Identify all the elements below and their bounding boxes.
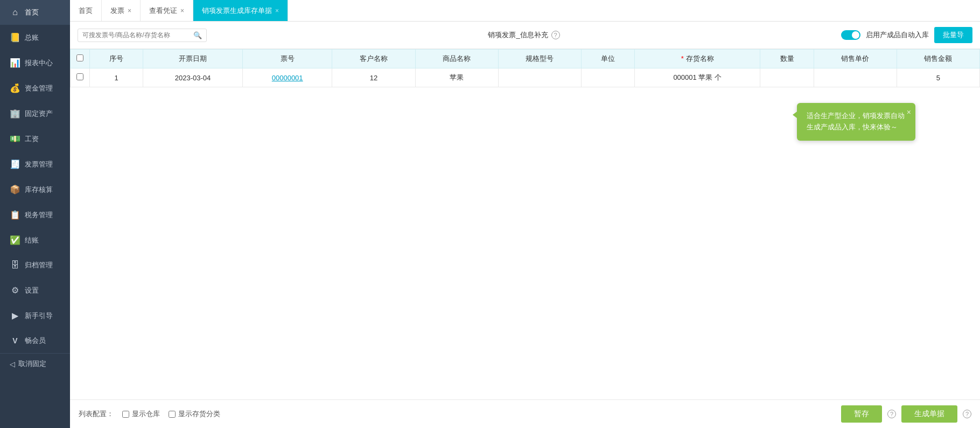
sidebar-label-tax: 税务管理	[25, 210, 53, 220]
th-seq: 序号	[90, 50, 143, 68]
tab-sales-invoice[interactable]: 销项发票生成库存单据 ×	[193, 0, 288, 21]
tab-view-voucher[interactable]: 查看凭证 ×	[141, 0, 193, 21]
batch-button[interactable]: 批量导	[934, 27, 972, 43]
show-category-label[interactable]: 显示存货分类	[169, 409, 220, 419]
tab-bar: 首页 发票 × 查看凭证 × 销项发票生成库存单据 ×	[70, 0, 980, 22]
funds-icon: 💰	[10, 83, 20, 93]
th-checkbox[interactable]	[71, 50, 90, 68]
row-checkbox[interactable]	[76, 73, 83, 80]
save-button[interactable]: 暂存	[841, 405, 882, 423]
sidebar-item-ledger[interactable]: 📒 总账	[0, 25, 70, 50]
table-row: 1 2023-03-04 00000001 12 苹果 000001 苹果 个 …	[71, 68, 980, 87]
sidebar-item-payroll[interactable]: 💵 工资	[0, 126, 70, 151]
search-icon[interactable]: 🔍	[193, 31, 202, 39]
show-category-checkbox[interactable]	[169, 411, 176, 418]
th-qty: 数量	[760, 50, 814, 68]
ledger-icon: 📒	[10, 32, 20, 43]
row-unit	[581, 68, 634, 87]
sidebar-item-invoice-mgmt[interactable]: 🧾 发票管理	[0, 151, 70, 177]
row-amount: 5	[897, 68, 979, 87]
sidebar-label-funds: 资金管理	[25, 84, 53, 93]
sidebar-label-vip: 畅会员	[25, 336, 46, 346]
home-icon: ⌂	[10, 8, 20, 17]
sidebar-item-settings[interactable]: ⚙ 设置	[0, 278, 70, 303]
sidebar-label-ledger: 总账	[25, 33, 39, 43]
search-input[interactable]	[82, 31, 190, 39]
data-table: 序号 开票日期 票号 客户名称 商品名称 规格型号 单位 * 存货名称 数量 销…	[70, 49, 980, 87]
tab-sales-invoice-label: 销项发票生成库存单据	[202, 6, 272, 16]
bottom-bar: 列表配置： 显示仓库 显示存货分类 暂存 ? 生成单据 ?	[70, 399, 980, 428]
sidebar-item-vip[interactable]: V 畅会员	[0, 328, 70, 353]
reports-icon: 📊	[10, 58, 20, 68]
toolbar-right: 启用产成品自动入库 批量导	[841, 27, 972, 43]
sidebar-label-guide: 新手引导	[25, 311, 53, 321]
row-unit-price	[814, 68, 897, 87]
generate-info-icon[interactable]: ?	[963, 410, 971, 418]
settings-icon: ⚙	[10, 285, 20, 295]
sidebar-item-tax[interactable]: 📋 税务管理	[0, 202, 70, 227]
row-number[interactable]: 00000001	[242, 68, 332, 87]
save-info-icon[interactable]: ?	[887, 410, 896, 418]
payroll-icon: 💵	[10, 134, 20, 144]
sidebar-item-settlement[interactable]: ✅ 结账	[0, 227, 70, 253]
auto-inbound-toggle[interactable]	[841, 30, 860, 40]
show-category-text: 显示存货分类	[178, 409, 220, 419]
config-label: 列表配置：	[79, 409, 114, 419]
settlement-icon: ✅	[10, 235, 20, 245]
row-date: 2023-03-04	[143, 68, 243, 87]
tab-sales-invoice-close[interactable]: ×	[275, 7, 279, 15]
inventory-icon: 📦	[10, 184, 20, 195]
tooltip-close-button[interactable]: ×	[907, 106, 911, 118]
archive-icon: 🗄	[10, 260, 20, 270]
sidebar-label-settlement: 结账	[25, 236, 39, 245]
tab-invoice[interactable]: 发票 ×	[102, 0, 141, 21]
sidebar-item-funds[interactable]: 💰 资金管理	[0, 75, 70, 101]
table-container: 序号 开票日期 票号 客户名称 商品名称 规格型号 单位 * 存货名称 数量 销…	[70, 49, 980, 399]
sidebar-item-home[interactable]: ⌂ 首页	[0, 0, 70, 25]
invoice-number-link[interactable]: 00000001	[272, 74, 303, 82]
row-inventory[interactable]: 000001 苹果 个	[634, 68, 760, 87]
sidebar-item-guide[interactable]: ▶ 新手引导	[0, 303, 70, 328]
row-customer: 12	[332, 68, 415, 87]
toolbar: 🔍 销项发票_信息补充 ? 启用产成品自动入库 批量导	[70, 22, 980, 49]
toggle-label: 启用产成品自动入库	[866, 30, 929, 40]
show-warehouse-label[interactable]: 显示仓库	[122, 409, 160, 419]
show-warehouse-checkbox[interactable]	[122, 411, 129, 418]
tab-invoice-label: 发票	[110, 6, 124, 16]
sidebar: ⌂ 首页 📒 总账 📊 报表中心 💰 资金管理 🏢 固定资产 💵 工资 🧾 发票…	[0, 0, 70, 428]
assets-icon: 🏢	[10, 108, 20, 119]
tooltip-popup: × 适合生产型企业，销项发票自动生成产成品入库，快来体验～	[797, 103, 915, 141]
tab-home[interactable]: 首页	[70, 0, 102, 21]
generate-button[interactable]: 生成单据	[901, 405, 957, 423]
sidebar-footer[interactable]: ◁ 取消固定	[0, 353, 70, 374]
row-checkbox-cell[interactable]	[71, 68, 90, 87]
info-icon-center[interactable]: ?	[551, 31, 560, 39]
sidebar-item-assets[interactable]: 🏢 固定资产	[0, 101, 70, 126]
th-unit: 单位	[581, 50, 634, 68]
sidebar-item-reports[interactable]: 📊 报表中心	[0, 50, 70, 75]
invoice-mgmt-icon: 🧾	[10, 159, 20, 169]
row-seq: 1	[90, 68, 143, 87]
search-box[interactable]: 🔍	[78, 29, 207, 42]
main-content: 首页 发票 × 查看凭证 × 销项发票生成库存单据 × 🔍 销项发票_信息补充 …	[70, 0, 980, 428]
th-spec: 规格型号	[498, 50, 581, 68]
unpin-icon: ◁	[10, 360, 15, 368]
sidebar-label-payroll: 工资	[25, 134, 39, 144]
th-unit-price: 销售单价	[814, 50, 897, 68]
select-all-checkbox[interactable]	[76, 54, 83, 61]
sidebar-label-invoice-mgmt: 发票管理	[25, 160, 53, 169]
th-customer: 客户名称	[332, 50, 415, 68]
th-amount: 销售金额	[897, 50, 979, 68]
row-spec	[498, 68, 581, 87]
sidebar-item-inventory[interactable]: 📦 库存核算	[0, 177, 70, 202]
tab-invoice-close[interactable]: ×	[128, 7, 131, 15]
tab-view-voucher-label: 查看凭证	[149, 6, 177, 16]
tab-view-voucher-close[interactable]: ×	[180, 7, 184, 15]
toolbar-center: 销项发票_信息补充 ?	[212, 30, 836, 40]
content-area: 🔍 销项发票_信息补充 ? 启用产成品自动入库 批量导	[70, 22, 980, 428]
sidebar-item-archive[interactable]: 🗄 归档管理	[0, 253, 70, 278]
vip-icon: V	[10, 336, 20, 345]
row-qty	[760, 68, 814, 87]
sidebar-label-home: 首页	[25, 8, 39, 17]
guide-icon: ▶	[10, 310, 20, 321]
